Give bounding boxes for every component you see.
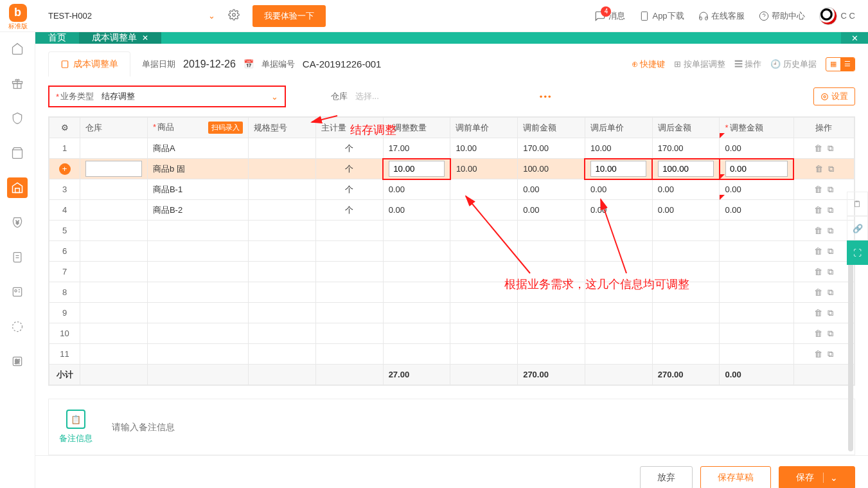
copy-row-icon[interactable]: ⧉: [828, 267, 833, 276]
close-all-icon[interactable]: ✕: [841, 32, 868, 44]
delete-row-icon[interactable]: 🗑: [814, 185, 822, 194]
calendar-icon[interactable]: 📅: [244, 59, 254, 69]
delete-row-icon[interactable]: 🗑: [814, 287, 822, 297]
add-row-icon[interactable]: +: [59, 163, 71, 175]
col-settings-icon[interactable]: ⚙: [49, 118, 80, 138]
nav-warehouse-icon[interactable]: [7, 177, 28, 198]
table-row[interactable]: 1 商品A 个 17.00 10.00 170.00 10.00 170.00 …: [49, 138, 855, 159]
svg-point-17: [13, 322, 22, 332]
settings-button[interactable]: 设置: [813, 87, 855, 105]
nav-new-icon[interactable]: 新: [7, 351, 28, 372]
col-postamt: 调后金额: [652, 118, 720, 138]
delete-row-icon[interactable]: 🗑: [814, 349, 822, 359]
dock-note-icon[interactable]: 🗒: [847, 192, 868, 216]
nav-sync-icon[interactable]: [7, 316, 28, 337]
svg-point-3: [759, 12, 768, 20]
nav-home-icon[interactable]: [7, 39, 28, 59]
table-row[interactable]: 4 商品B-2 个 0.00 0.00 0.00 0.00 0.00 🗑⧉: [49, 200, 855, 221]
ops-link[interactable]: ☰ 操作: [734, 59, 762, 70]
top-bar: b 标准版 TEST-H002 ⌄ 我要体验一下 4 消息 App下载 在线客服…: [0, 0, 868, 32]
adjamt-input[interactable]: [725, 161, 788, 177]
more-icon[interactable]: •••: [540, 92, 553, 102]
delete-row-icon[interactable]: 🗑: [814, 246, 822, 256]
copy-row-icon[interactable]: ⧉: [828, 185, 833, 194]
save-button[interactable]: 保存⌄: [779, 466, 855, 488]
avatar: [819, 7, 837, 25]
svg-rect-1: [642, 12, 648, 20]
table-row[interactable]: 6 🗑⧉: [49, 241, 855, 262]
warehouse-select[interactable]: 仓库选择...: [331, 91, 379, 102]
doc-date[interactable]: 2019-12-26: [183, 59, 236, 70]
view-toggle[interactable]: ▦☰: [826, 57, 855, 71]
chevron-down-icon[interactable]: ⌄: [823, 473, 838, 483]
copy-row-icon[interactable]: ⧉: [828, 349, 833, 359]
service-button[interactable]: 在线客服: [698, 10, 745, 22]
gear-icon[interactable]: [228, 9, 240, 23]
copy-row-icon[interactable]: ⧉: [828, 246, 833, 256]
dock-link-icon[interactable]: 🔗: [847, 216, 868, 240]
delete-row-icon[interactable]: 🗑: [814, 143, 822, 153]
doc-tab[interactable]: 成本调整单: [48, 51, 130, 77]
tab-home[interactable]: 首页: [35, 32, 79, 44]
doc-code: CA-20191226-001: [303, 59, 382, 69]
copy-row-icon[interactable]: ⧉: [828, 143, 833, 153]
wh-input[interactable]: [85, 161, 142, 177]
data-table: ⚙ 仓库 *商品扫码录入 规格型号 主计量 *调整数量 调前单价 调前金额 调后…: [48, 116, 855, 386]
chevron-down-icon: ⌄: [208, 11, 215, 21]
messages-button[interactable]: 4 消息: [594, 10, 625, 22]
remarks-input[interactable]: [112, 422, 844, 432]
table-row[interactable]: 9 🗑⧉: [49, 303, 855, 323]
copy-row-icon[interactable]: ⧉: [828, 308, 833, 318]
table-row[interactable]: 11 🗑⧉: [49, 344, 855, 365]
business-type-select[interactable]: *业务类型 结存调整 ⌄: [48, 86, 286, 107]
copy-row-icon[interactable]: ⧉: [828, 226, 833, 235]
postprice-input[interactable]: [590, 161, 646, 177]
nav-bag-icon[interactable]: [7, 143, 28, 163]
copy-row-icon[interactable]: ⧉: [828, 205, 833, 215]
col-postprice: 调后单价: [585, 118, 652, 138]
history-link[interactable]: 🕘 历史单据: [770, 59, 817, 70]
scan-input-button[interactable]: 扫码录入: [208, 122, 243, 134]
close-icon[interactable]: ✕: [142, 33, 148, 42]
delete-row-icon[interactable]: 🗑: [814, 226, 822, 235]
try-button[interactable]: 我要体验一下: [252, 5, 326, 27]
copy-row-icon[interactable]: ⧉: [828, 164, 834, 174]
table-row[interactable]: 3 商品B-1 个 0.00 0.00 0.00 0.00 0.00 🗑⧉: [49, 179, 855, 200]
nav-clipboard-icon[interactable]: [7, 247, 28, 267]
user-menu[interactable]: C C: [819, 7, 855, 25]
table-row[interactable]: 7 🗑⧉: [49, 262, 855, 282]
delete-row-icon[interactable]: 🗑: [814, 205, 822, 215]
save-draft-button[interactable]: 保存草稿: [700, 466, 771, 488]
remarks-section: 📋 备注信息: [48, 399, 855, 455]
dock-expand-icon[interactable]: ⛶: [847, 240, 868, 265]
nav-gift-icon[interactable]: [7, 73, 28, 94]
table-row[interactable]: 8 🗑⧉: [49, 282, 855, 303]
table-row[interactable]: + 商品b 固 个 10.00 100.00 🗑⧉: [49, 159, 855, 179]
table-row[interactable]: 10 🗑⧉: [49, 323, 855, 344]
table-row[interactable]: 5 🗑⧉: [49, 221, 855, 241]
scrollbar[interactable]: [848, 246, 853, 451]
nav-report-icon[interactable]: [7, 282, 28, 302]
delete-row-icon[interactable]: 🗑: [814, 267, 822, 276]
help-button[interactable]: 帮助中心: [759, 10, 805, 22]
hotkey-link[interactable]: ⊕ 快捷键: [632, 59, 666, 70]
discard-button[interactable]: 放弃: [640, 466, 693, 488]
copy-row-icon[interactable]: ⧉: [828, 329, 833, 338]
app-download-button[interactable]: App下载: [639, 10, 684, 22]
nav-shield-icon[interactable]: [7, 108, 28, 129]
delete-row-icon[interactable]: 🗑: [814, 308, 822, 318]
by-doc-link[interactable]: ⊞ 按单据调整: [674, 59, 725, 70]
tenant-select[interactable]: TEST-H002 ⌄: [48, 8, 215, 24]
postamt-input[interactable]: [658, 161, 714, 177]
col-adjamt: *调整金额: [720, 118, 793, 138]
svg-rect-20: [62, 61, 67, 68]
delete-row-icon[interactable]: 🗑: [815, 164, 823, 174]
delete-row-icon[interactable]: 🗑: [814, 329, 822, 338]
col-qty: *调整数量: [383, 118, 450, 138]
col-preamt: 调前金额: [518, 118, 585, 138]
qty-input[interactable]: [389, 161, 445, 177]
col-uom: 主计量: [315, 118, 383, 138]
copy-row-icon[interactable]: ⧉: [828, 287, 833, 297]
tab-cost-adjust[interactable]: 成本调整单✕: [79, 32, 161, 44]
nav-money-icon[interactable]: ¥: [7, 212, 28, 233]
